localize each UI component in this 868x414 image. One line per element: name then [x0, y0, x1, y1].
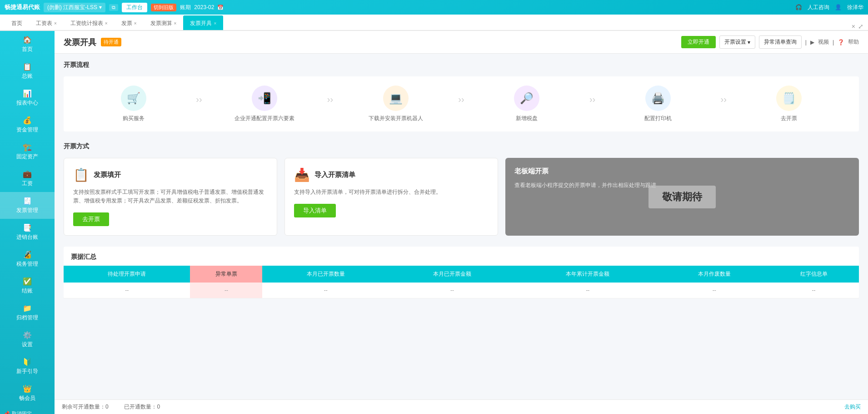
tab-payroll-close[interactable]: × [54, 21, 57, 26]
content-area: 发票开具 待开通 立即开通 开票设置 ▾ 异常清单查询 | ▶ 视频 | ❓ 帮… [55, 31, 868, 414]
sidebar-item-home[interactable]: 🏠 首页 [0, 31, 55, 58]
page-header-actions: 立即开通 开票设置 ▾ 异常清单查询 | ▶ 视频 | ❓ 帮助 [681, 35, 859, 49]
flow-step-5-label: 配置打印机 [644, 115, 672, 122]
sidebar-item-salary-label: 工资 [22, 180, 33, 187]
flow-step-5-icon: 🖨️ [645, 86, 671, 111]
video-label[interactable]: 视频 [818, 38, 829, 46]
method-card-fill: 📋 发票填开 支持按照发票样式手工填写开发票；可开具增值税电子普通发票、增值税普… [64, 158, 277, 236]
sidebar-item-fund-label: 资金管理 [16, 126, 38, 134]
go-issue-btn[interactable]: 去开票 [73, 212, 109, 226]
sidebar-item-report-label: 报表中心 [16, 99, 38, 107]
tab-invoice-issue[interactable]: 发票开具 × [183, 15, 223, 30]
coming-soon-label: 敬请期待 [649, 186, 716, 208]
sidebar-unpin-btn[interactable]: 📌 取消固定 [0, 407, 55, 414]
ledger-icon: 📋 [23, 62, 32, 71]
sidebar-item-asset-label: 固定资产 [16, 153, 38, 161]
sidebar-item-purchase-ledger[interactable]: 📑 进销台账 [0, 219, 55, 246]
tab-invoice-calc-close[interactable]: × [174, 21, 177, 26]
sidebar-item-archive-label: 归档管理 [16, 314, 38, 322]
flow-step-1-label: 购买服务 [123, 115, 145, 122]
sidebar-item-invoice-mgmt[interactable]: 🧾 发票管理 [0, 192, 55, 219]
arrow-4: ›› [588, 94, 597, 105]
import-card-icon: 📥 [294, 167, 310, 182]
import-list-btn[interactable]: 导入清单 [294, 204, 336, 217]
workspace-btn[interactable]: 工作台 [122, 3, 147, 12]
app-logo: 畅捷通易代账 [5, 3, 40, 11]
top-bar-right: 🎧 人工咨询 👤 徐泽华 [795, 4, 863, 11]
main-layout: 🏠 首页 📋 总账 📊 报表中心 💰 资金管理 🏗️ 固定资产 💼 工资 🧾 发… [0, 31, 868, 414]
tab-payroll-report-close[interactable]: × [105, 21, 108, 26]
sidebar-item-purchase-ledger-label: 进销台账 [16, 233, 38, 241]
sidebar-item-ledger[interactable]: 📋 总账 [0, 58, 55, 85]
tab-home[interactable]: 首页 [5, 15, 29, 30]
sidebar-item-archive[interactable]: 📁 归档管理 [0, 299, 55, 326]
tab-payroll[interactable]: 工资表 × [29, 15, 64, 30]
sidebar-item-close-account-label: 结账 [22, 287, 33, 295]
sidebar-item-report[interactable]: 📊 报表中心 [0, 85, 55, 111]
tab-payroll-report-label: 工资统计报表 [70, 20, 103, 27]
top-bar-left: 畅捷通易代账 (勿删) 江西服宝-LSS ▾ ⧉ 工作台 切到旧版 账期 202… [5, 3, 224, 12]
col-abnormal: 异常单票 [190, 266, 262, 283]
sidebar-item-guide[interactable]: 🔰 新手引导 [0, 353, 55, 380]
flow-step-2-icon: 📲 [252, 86, 277, 111]
tab-payroll-report[interactable]: 工资统计报表 × [64, 15, 115, 30]
cell-void-count: -- [660, 283, 768, 298]
sidebar-item-fund[interactable]: 💰 资金管理 [0, 111, 55, 138]
flow-step-4-label: 新增税盘 [516, 115, 538, 122]
tab-invoice-calc[interactable]: 发票测算 × [144, 15, 184, 30]
sidebar-item-member[interactable]: 👑 畅会员 [0, 380, 55, 407]
sidebar-item-asset[interactable]: 🏗️ 固定资产 [0, 138, 55, 165]
cell-year-amount: -- [515, 283, 660, 298]
sidebar-item-ledger-label: 总账 [22, 72, 33, 80]
fill-card-title: 发票填开 [94, 171, 121, 179]
dropdown-icon: ▾ [99, 4, 102, 10]
sidebar-item-settings[interactable]: ⚙️ 设置 [0, 326, 55, 353]
sidebar-item-salary[interactable]: 💼 工资 [0, 165, 55, 192]
method-card-import-header: 📥 导入开票清单 [294, 167, 489, 182]
period-label: 账期 2023-02 📅 [180, 4, 224, 11]
sidebar-item-tax[interactable]: 🔏 税务管理 [0, 246, 55, 273]
tab-invoice[interactable]: 发票 × [115, 15, 144, 30]
calendar-icon[interactable]: 📅 [217, 5, 224, 10]
tab-home-label: 首页 [11, 20, 22, 27]
copy-icon[interactable]: ⧉ [109, 4, 118, 11]
sidebar-item-close-account[interactable]: ✅ 结账 [0, 273, 55, 299]
buy-link[interactable]: 去购买 [844, 403, 861, 411]
arrow-2: ›› [325, 94, 335, 105]
flow-step-1: 🛒 购买服务 [73, 86, 194, 122]
video-icon: ▶ [810, 39, 814, 45]
avatar: 👤 [835, 4, 842, 10]
ticket-settings-label: 开票设置 [724, 38, 746, 46]
flow-step-2: 📲 企业开通配置开票六要素 [204, 86, 325, 122]
col-year-amount: 本年累计开票金额 [515, 266, 660, 283]
cell-month-amount: -- [389, 283, 515, 298]
close-btn[interactable]: × [852, 23, 855, 30]
method-card-fill-header: 📋 发票填开 [73, 167, 268, 182]
archive-icon: 📁 [23, 304, 32, 313]
help-label[interactable]: 帮助 [848, 38, 859, 46]
immediate-open-btn[interactable]: 立即开通 [681, 36, 716, 48]
tab-invoice-issue-close[interactable]: × [214, 21, 216, 26]
report-icon: 📊 [23, 89, 32, 98]
flow-step-6-label: 去开票 [781, 115, 797, 122]
fund-icon: 💰 [23, 116, 32, 125]
flow-step-3: 💻 下载并安装开票机器人 [335, 86, 456, 122]
abnormal-list-btn[interactable]: 异常清单查询 [759, 35, 802, 49]
cell-month-count: -- [262, 283, 389, 298]
restore-btn[interactable]: ⤢ [858, 23, 863, 30]
company-selector[interactable]: (勿删) 江西服宝-LSS ▾ [44, 3, 105, 12]
import-card-desc: 支持导入待开票清单，可对待开票清单进行拆分、合并处理。 [294, 188, 489, 197]
user-service[interactable]: 人工咨询 [808, 4, 829, 11]
method-card-old: 老板端开票 查看老板端小程序提交的开票申请，并作出相应处理与跟进 敬请期待 [505, 158, 859, 236]
top-bar: 畅捷通易代账 (勿删) 江西服宝-LSS ▾ ⧉ 工作台 切到旧版 账期 202… [0, 0, 868, 15]
tab-invoice-calc-label: 发票测算 [150, 20, 172, 27]
flow-section-title: 开票流程 [64, 61, 859, 69]
switch-version-btn[interactable]: 切到旧版 [151, 4, 176, 11]
service-icon: 🎧 [795, 4, 802, 10]
import-card-title: 导入开票清单 [314, 171, 355, 179]
ticket-settings-btn[interactable]: 开票设置 ▾ [719, 35, 755, 49]
sidebar-item-guide-label: 新手引导 [16, 368, 38, 375]
col-red-info: 红字信息单 [768, 266, 859, 283]
page-header: 发票开具 待开通 立即开通 开票设置 ▾ 异常清单查询 | ▶ 视频 | ❓ 帮… [55, 31, 868, 54]
tab-invoice-close[interactable]: × [134, 21, 137, 26]
